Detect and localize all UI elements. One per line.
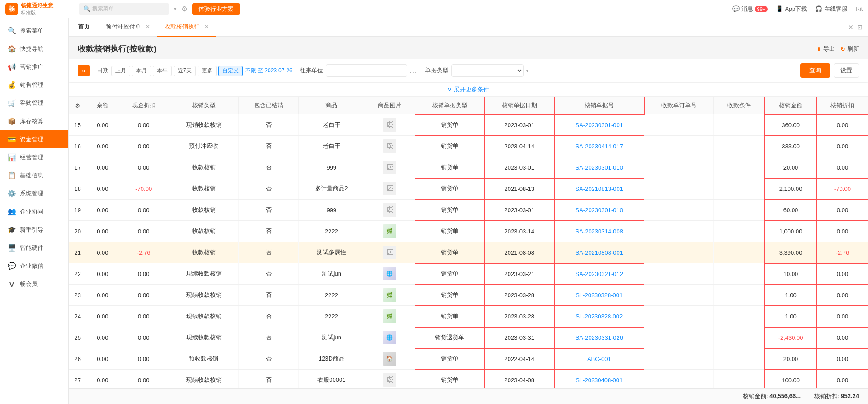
- table-row: 20 0.00 0.00 收款核销 否 2222 🌿 销货单 2023-03-1…: [69, 221, 868, 242]
- sidebar-item-member[interactable]: V 畅会员: [0, 275, 68, 293]
- cell-writeoff-doc-no[interactable]: SA-20230301-010: [554, 157, 644, 178]
- app-download-btn[interactable]: 📱 App下载: [776, 5, 807, 13]
- sidebar-item-basic-info[interactable]: 📋 基础信息: [0, 166, 68, 185]
- cell-writeoff-type: 收款核销: [169, 200, 239, 221]
- cell-include-settled: 否: [239, 370, 299, 389]
- sidebar-item-finance[interactable]: 💳 资金管理: [0, 130, 68, 148]
- cell-writeoff-doc-no[interactable]: SA-20230331-026: [554, 327, 644, 348]
- th-settings[interactable]: ⚙: [69, 97, 87, 114]
- table-row: 18 0.00 -70.00 收款核销 否 多计量商品2 🖼 销货单 2021-…: [69, 178, 868, 200]
- top-right-area: 💬 消息 99+ 📱 App下载 🎧 在线客服 Rit: [732, 5, 863, 13]
- table-container[interactable]: ⚙ 余额 现金折扣 核销类型 包含已结清 商品 商品图片 核销单据类型 核销单据…: [69, 97, 868, 388]
- cell-writeoff-doc-no[interactable]: SA-20210813-001: [554, 178, 644, 200]
- date-this-month[interactable]: 本月: [132, 66, 151, 76]
- cell-writeoff-doc-no[interactable]: SA-20230301-001: [554, 114, 644, 136]
- cell-writeoff-doc-no[interactable]: SA-20230321-012: [554, 263, 644, 285]
- doc-no-link[interactable]: ABC-001: [587, 356, 611, 362]
- date-more[interactable]: 更多: [198, 66, 217, 76]
- cell-writeoff-type: 现续收款核销: [169, 263, 239, 285]
- tab-home[interactable]: 首页: [69, 18, 99, 37]
- doc-no-link[interactable]: SA-20210813-001: [575, 185, 623, 192]
- sidebar-item-marketing[interactable]: 📢 营销推广: [0, 58, 68, 76]
- cell-writeoff-doc-type: 销货退货单: [415, 327, 485, 348]
- tab-close-prepay[interactable]: ✕: [146, 24, 150, 30]
- cell-writeoff-doc-no[interactable]: SA-20210808-001: [554, 242, 644, 263]
- cell-writeoff-doc-no[interactable]: SA-20230301-010: [554, 200, 644, 221]
- cell-cash-discount: 0.00: [118, 348, 169, 370]
- filter-toggle-btn[interactable]: »: [78, 65, 90, 76]
- sidebar-item-search[interactable]: 🔍 搜索菜单: [0, 22, 68, 40]
- sidebar-item-operations[interactable]: 📊 经营管理: [0, 148, 68, 166]
- query-btn[interactable]: 查询: [800, 63, 830, 78]
- close-window-icon[interactable]: ✕: [848, 24, 854, 31]
- sidebar-item-inventory[interactable]: 📦 库存核算: [0, 112, 68, 130]
- cell-product: 2222: [299, 221, 364, 242]
- doc-no-link[interactable]: SA-20230314-008: [575, 228, 623, 235]
- doc-no-link[interactable]: SA-20230414-017: [575, 143, 623, 150]
- cell-id: 27: [69, 370, 87, 389]
- doc-no-link[interactable]: SA-20230301-001: [575, 122, 623, 128]
- service-btn[interactable]: 🎧 在线客服: [815, 5, 848, 13]
- industry-btn[interactable]: 体验行业方案: [192, 3, 240, 15]
- th-receipt-condition: 收款条件: [714, 97, 764, 114]
- sidebar-item-system[interactable]: ⚙️ 系统管理: [0, 185, 68, 203]
- cell-writeoff-doc-no[interactable]: SA-20230314-008: [554, 221, 644, 242]
- tab-prepay[interactable]: 预付冲应付单 ✕: [99, 18, 157, 37]
- product-img-placeholder: 🖼: [383, 118, 396, 132]
- sidebar-item-nav[interactable]: 🏠 快捷导航: [0, 40, 68, 58]
- receipt-type-select[interactable]: [451, 64, 524, 77]
- table-header-row: ⚙ 余额 现金折扣 核销类型 包含已结清 商品 商品图片 核销单据类型 核销单据…: [69, 97, 868, 114]
- th-writeoff-doc-no: 核销单据号: [554, 97, 644, 114]
- product-img-placeholder: 🖼: [383, 203, 396, 217]
- cell-receipt-order-no: [644, 114, 714, 136]
- date-last-month[interactable]: 上月: [111, 66, 130, 76]
- sidebar-item-hardware[interactable]: 🖥️ 智能硬件: [0, 239, 68, 257]
- sidebar-item-wechat[interactable]: 💬 企业微信: [0, 257, 68, 275]
- system-icon: ⚙️: [7, 189, 16, 198]
- product-img-placeholder: 🖼: [383, 139, 396, 153]
- doc-no-link[interactable]: SA-20210808-001: [575, 249, 623, 256]
- refresh-btn[interactable]: ↻ 刷新: [840, 45, 859, 53]
- gear-icon[interactable]: ⚙: [181, 5, 188, 13]
- cell-writeoff-doc-no[interactable]: ABC-001: [554, 348, 644, 370]
- cell-receipt-order-no: [644, 348, 714, 370]
- doc-no-link[interactable]: SA-20230321-012: [575, 271, 623, 277]
- settings-btn[interactable]: 设置: [834, 63, 859, 78]
- message-btn[interactable]: 💬 消息 99+: [732, 5, 768, 13]
- sidebar-item-sales[interactable]: 💰 销售管理: [0, 76, 68, 94]
- cell-writeoff-doc-no[interactable]: SL-20230408-001: [554, 370, 644, 389]
- product-img-placeholder: 🖼: [383, 161, 396, 174]
- doc-no-link[interactable]: SA-20230301-010: [575, 164, 623, 171]
- doc-no-link[interactable]: SL-20230328-001: [576, 292, 623, 299]
- date-this-year[interactable]: 本年: [153, 66, 172, 76]
- cell-writeoff-doc-date: 2022-04-14: [485, 348, 554, 370]
- cell-writeoff-amount: 60.00: [764, 200, 817, 221]
- source-unit-input[interactable]: [326, 64, 407, 77]
- date-custom[interactable]: 自定义: [218, 66, 243, 76]
- cell-writeoff-doc-no[interactable]: SA-20230414-017: [554, 136, 644, 157]
- doc-no-link[interactable]: SA-20230331-026: [575, 334, 623, 341]
- sidebar-item-collab[interactable]: 👥 企业协同: [0, 203, 68, 221]
- cell-receipt-order-no: [644, 200, 714, 221]
- sidebar-item-guide[interactable]: 🎓 新手引导: [0, 221, 68, 239]
- expand-conditions-bar[interactable]: ∨ 展开更多条件: [69, 83, 868, 97]
- export-btn[interactable]: ⬆ 导出: [816, 45, 835, 53]
- table-row: 15 0.00 0.00 现销收款核销 否 老白干 🖼 销货单 2023-03-…: [69, 114, 868, 136]
- tab-writeoff[interactable]: 收款核销执行 ✕: [157, 18, 216, 37]
- doc-no-link[interactable]: SL-20230408-001: [576, 377, 623, 384]
- date-preset-btns: 上月 本月 本年 近7天 更多 自定义: [111, 66, 243, 76]
- search-icon: 🔍: [7, 26, 16, 35]
- maximize-icon[interactable]: ⊡: [857, 24, 863, 31]
- marketing-icon: 📢: [7, 62, 16, 71]
- date-last-7-days[interactable]: 近7天: [174, 66, 196, 76]
- sidebar-item-purchase[interactable]: 🛒 采购管理: [0, 94, 68, 112]
- cell-writeoff-doc-type: 销货单: [415, 136, 485, 157]
- doc-no-link[interactable]: SA-20230301-010: [575, 207, 623, 214]
- cell-writeoff-doc-no[interactable]: SL-20230328-001: [554, 285, 644, 306]
- doc-no-link[interactable]: SL-20230328-002: [576, 313, 623, 320]
- cell-writeoff-doc-no[interactable]: SL-20230328-002: [554, 306, 644, 327]
- tab-close-writeoff[interactable]: ✕: [204, 24, 209, 30]
- main-content: 首页 预付冲应付单 ✕ 收款核销执行 ✕ ✕ ⊡ 收款核销执行(按收款) ⬆ 导…: [69, 18, 868, 404]
- cell-receipt-order-no: [644, 221, 714, 242]
- cell-writeoff-discount: 0.00: [817, 306, 868, 327]
